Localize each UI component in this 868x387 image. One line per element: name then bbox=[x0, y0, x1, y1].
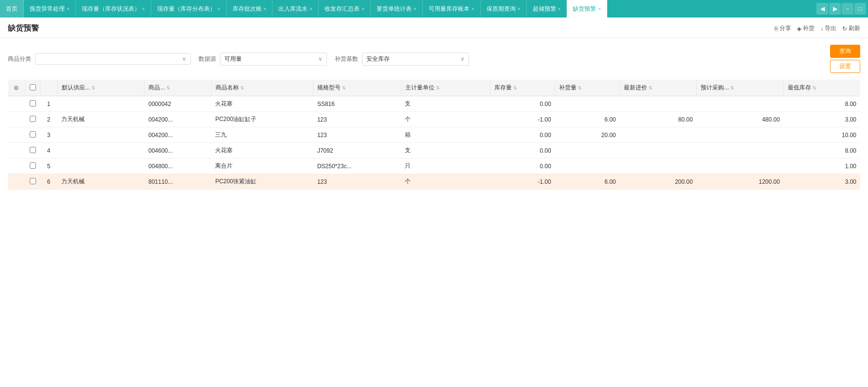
nav-tab[interactable]: 现存量（库存状况表）× bbox=[76, 0, 151, 18]
row-checkbox[interactable] bbox=[30, 178, 36, 184]
nav-tab-label: 首页 bbox=[6, 5, 18, 13]
close-icon[interactable]: × bbox=[362, 6, 364, 12]
datasource-select[interactable]: 可用量 ∨ bbox=[220, 53, 327, 66]
nav-maximize-button[interactable]: □ bbox=[854, 3, 866, 15]
nav-tab[interactable]: 要货单统计表× bbox=[371, 0, 423, 18]
row-unit: 支 bbox=[401, 143, 490, 158]
replenish-base-select[interactable]: 安全库存 ∨ bbox=[362, 53, 469, 66]
row-number: 6 bbox=[40, 174, 57, 190]
row-checkbox[interactable] bbox=[30, 131, 36, 138]
row-product-code: 004200... bbox=[145, 127, 211, 143]
close-icon[interactable]: × bbox=[67, 6, 70, 12]
nav-tab[interactable]: 拣货异常处理× bbox=[24, 0, 76, 18]
nav-tab[interactable]: 现存量（库存分布表）× bbox=[151, 0, 227, 18]
row-default-supplier bbox=[57, 96, 145, 112]
settings-button[interactable]: 设置 bbox=[830, 60, 860, 73]
table-row: 2力天机械004200...PC200油缸缸子123个-1.006.0080.0… bbox=[8, 112, 860, 127]
refresh-button[interactable]: ↻ 刷新 bbox=[842, 24, 860, 33]
row-min-stock: 10.00 bbox=[784, 127, 860, 143]
table-row: 10000042火花塞SS816支0.008.00 bbox=[8, 96, 860, 112]
gear-icon[interactable]: ⚙ bbox=[14, 85, 19, 91]
column-default-supplier: 默认供应... ⇅ bbox=[57, 80, 145, 96]
page-title: 缺货预警 bbox=[8, 23, 39, 34]
row-checkbox[interactable] bbox=[30, 116, 36, 122]
row-product-code: 004200... bbox=[145, 112, 211, 127]
nav-next-button[interactable]: ▶ bbox=[829, 3, 841, 15]
row-default-supplier: 力天机械 bbox=[57, 174, 145, 190]
sort-icon: ⇅ bbox=[436, 86, 440, 90]
row-stock: 0.00 bbox=[490, 127, 555, 143]
row-unit: 个 bbox=[401, 112, 490, 127]
table-header-row: ⚙ 默认供应... ⇅ 商品.. bbox=[8, 80, 860, 96]
close-icon[interactable]: × bbox=[598, 6, 601, 12]
row-number: 3 bbox=[40, 127, 57, 143]
nav-tab[interactable]: 可用量库存账本× bbox=[423, 0, 481, 18]
column-checkbox bbox=[25, 80, 40, 96]
row-replenish-qty bbox=[555, 96, 620, 112]
close-icon[interactable]: × bbox=[471, 6, 474, 12]
export-button[interactable]: ↓ 导出 bbox=[820, 24, 836, 33]
replenish-button[interactable]: ◈ 补货 bbox=[797, 24, 814, 33]
datasource-label: 数据源 bbox=[199, 55, 216, 63]
close-icon[interactable]: × bbox=[142, 6, 145, 12]
nav-tab-label: 现存量（库存分布表） bbox=[157, 5, 216, 13]
row-gear-cell bbox=[8, 158, 25, 174]
row-product-name: 火花塞 bbox=[211, 96, 313, 112]
nav-tab[interactable]: 缺货预警× bbox=[567, 0, 607, 18]
row-estimated-purchase bbox=[697, 127, 784, 143]
sort-icon: ⇅ bbox=[730, 86, 734, 90]
nav-tab-label: 保质期查询 bbox=[487, 5, 516, 13]
column-gear: ⚙ bbox=[8, 80, 25, 96]
nav-tab[interactable]: 库存批次账× bbox=[227, 0, 273, 18]
close-icon[interactable]: × bbox=[217, 6, 220, 12]
row-latest-price bbox=[620, 158, 697, 174]
select-all-checkbox[interactable] bbox=[30, 84, 36, 90]
nav-tab-label: 现存量（库存状况表） bbox=[82, 5, 140, 13]
row-checkbox[interactable] bbox=[30, 162, 36, 169]
row-product-name: 离合片 bbox=[211, 158, 313, 174]
close-icon[interactable]: × bbox=[518, 6, 521, 12]
row-replenish-qty: 20.00 bbox=[555, 127, 620, 143]
nav-tab[interactable]: 收发存汇总表× bbox=[319, 0, 371, 18]
data-table: ⚙ 默认供应... ⇅ 商品.. bbox=[8, 80, 860, 190]
product-category-select[interactable]: ∨ bbox=[35, 53, 191, 65]
nav-tab-label: 可用量库存账本 bbox=[429, 5, 470, 13]
share-button[interactable]: ⎘ 分享 bbox=[775, 24, 791, 33]
sort-icon: ⇅ bbox=[513, 86, 517, 90]
nav-tab[interactable]: 出入库流水× bbox=[272, 0, 319, 18]
close-icon[interactable]: × bbox=[414, 6, 416, 12]
row-product-code: 801110... bbox=[145, 174, 211, 190]
column-latest-price: 最新进价 ⇅ bbox=[620, 80, 697, 96]
sort-icon: ⇅ bbox=[240, 86, 244, 90]
query-button[interactable]: 查询 bbox=[830, 45, 860, 58]
close-icon[interactable]: × bbox=[264, 6, 267, 12]
row-latest-price bbox=[620, 143, 697, 158]
nav-tab-label: 拣货异常处理 bbox=[30, 5, 65, 13]
nav-tab[interactable]: 超储预警× bbox=[527, 0, 567, 18]
row-product-code: 004600... bbox=[145, 143, 211, 158]
row-min-stock: 3.00 bbox=[784, 174, 860, 190]
table-row: 4004600...火花塞J7092支0.008.00 bbox=[8, 143, 860, 158]
column-stock: 库存量 ⇅ bbox=[490, 80, 555, 96]
nav-prev-button[interactable]: ◀ bbox=[816, 3, 828, 15]
row-replenish-qty: 6.00 bbox=[555, 112, 620, 127]
refresh-icon: ↻ bbox=[842, 25, 847, 32]
nav-minimize-button[interactable]: － bbox=[842, 3, 853, 15]
close-icon[interactable]: × bbox=[309, 6, 312, 12]
row-stock: 0.00 bbox=[490, 143, 555, 158]
page-header: 缺货预警 ⎘ 分享 ◈ 补货 ↓ 导出 ↻ 刷新 bbox=[0, 18, 868, 38]
export-icon: ↓ bbox=[820, 25, 823, 32]
row-estimated-purchase bbox=[697, 143, 784, 158]
close-icon[interactable]: × bbox=[558, 6, 561, 12]
column-product-code: 商品... ⇅ bbox=[145, 80, 211, 96]
nav-tab[interactable]: 首页 bbox=[0, 0, 24, 18]
row-checkbox[interactable] bbox=[30, 100, 36, 106]
row-gear-cell bbox=[8, 127, 25, 143]
sort-icon: ⇅ bbox=[342, 86, 346, 90]
row-unit: 支 bbox=[401, 96, 490, 112]
column-spec: 规格型号 ⇅ bbox=[313, 80, 401, 96]
nav-tab[interactable]: 保质期查询× bbox=[481, 0, 527, 18]
row-checkbox[interactable] bbox=[30, 147, 36, 153]
row-product-name: PC200油缸缸子 bbox=[211, 112, 313, 127]
row-default-supplier bbox=[57, 143, 145, 158]
